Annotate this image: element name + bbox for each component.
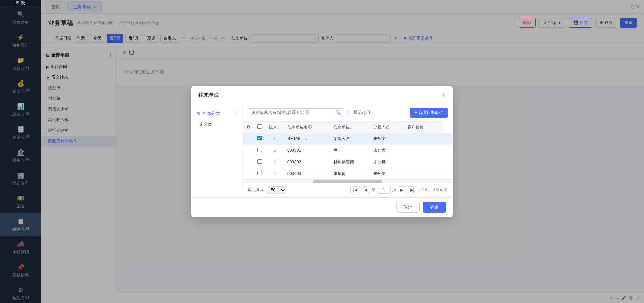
per-page-label: 每页显示 <box>248 187 264 193</box>
dialog-toolbar: 🔍 显示停用 + 新增往来单位 <box>243 104 453 121</box>
row-manager <box>404 144 443 156</box>
row-category: 未分类 <box>370 133 404 144</box>
row-code: 000003 <box>284 168 330 179</box>
row-price <box>443 144 453 156</box>
dialog-body: ⊞ 全部分类 《 未分类 🔍 显示停用 <box>191 104 453 197</box>
show-disabled-toggle[interactable]: 显示停用 <box>347 110 370 116</box>
page-suffix: 页 <box>392 187 396 193</box>
row-gear-icon <box>243 144 254 156</box>
row-code: 000001 <box>284 144 330 156</box>
dialog-close-button[interactable]: ✕ <box>441 92 446 98</box>
show-disabled-checkbox[interactable] <box>347 110 352 115</box>
row-code: RETAIL_... <box>284 133 330 144</box>
dialog-header: 往来单位 ✕ <box>191 86 453 104</box>
row-gear-icon <box>243 133 254 144</box>
col-header-category: 往来单位... <box>330 121 370 133</box>
page-first-btn[interactable]: |◀ <box>350 186 360 194</box>
table-row[interactable]: 4 000003 张师傅 未分类 <box>243 168 453 179</box>
table-row[interactable]: 1 RETAIL_... 零散客户 未分类 <box>243 133 453 144</box>
partner-table: ⚙ 往来... 往来单位名称 往来单位... 分管人员 客户价格... <box>243 121 453 180</box>
row-num: 3 <box>265 156 284 168</box>
dialog-categories: ⊞ 全部分类 《 未分类 <box>191 104 243 197</box>
col-header-check <box>254 121 265 133</box>
row-gear-icon <box>243 156 254 168</box>
search-icon: 🔍 <box>335 110 341 115</box>
row-checkbox[interactable] <box>257 136 262 140</box>
col-header-gear: ⚙ <box>243 121 254 133</box>
row-checkbox-cell <box>254 168 265 179</box>
row-name: 材料供应商 <box>330 156 370 168</box>
row-name: 张师傅 <box>330 168 370 179</box>
dialog-overlay: 往来单位 ✕ ⊞ 全部分类 《 未分类 <box>0 0 644 303</box>
scrollbar-thumb <box>313 180 382 183</box>
partner-dialog: 往来单位 ✕ ⊞ 全部分类 《 未分类 <box>191 86 453 217</box>
cancel-button[interactable]: 取消 <box>396 202 420 213</box>
dialog-title: 往来单位 <box>198 92 219 98</box>
page-label: 第 <box>371 187 376 193</box>
page-next-btn[interactable]: ▶ <box>398 186 406 194</box>
row-price <box>443 156 453 168</box>
table-row[interactable]: 3 000002 材料供应商 未分类 <box>243 156 453 168</box>
row-checkbox-cell <box>254 144 265 156</box>
partner-search-input[interactable] <box>251 110 333 115</box>
row-price <box>443 133 453 144</box>
page-size-select[interactable]: 50 20 100 <box>267 186 286 194</box>
add-partner-button[interactable]: + 新增往来单位 <box>410 108 448 118</box>
row-checkbox-cell <box>254 156 265 168</box>
dialog-right-panel: 🔍 显示停用 + 新增往来单位 ⚙ <box>243 104 453 197</box>
page-total: 共1页，4条记录 <box>419 187 448 193</box>
row-category: 未分类 <box>370 144 404 156</box>
show-disabled-label: 显示停用 <box>354 110 370 116</box>
row-category: 未分类 <box>370 168 404 179</box>
row-checkbox[interactable] <box>257 171 262 175</box>
confirm-button[interactable]: 确定 <box>423 202 446 213</box>
page-navigation: |◀ ◀ 第 页 ▶ ▶| 共1页，4条记录 <box>350 186 448 194</box>
col-header-code: 往来... <box>265 121 284 133</box>
table-select-all[interactable] <box>257 124 262 129</box>
row-checkbox-cell <box>254 133 265 144</box>
row-gear-icon <box>243 168 254 179</box>
col-header-price: 客户价格... <box>404 121 443 133</box>
col-header-manager: 分管人员 <box>370 121 404 133</box>
category-uncategorized-label: 未分类 <box>200 122 212 127</box>
row-manager <box>404 156 443 168</box>
row-category: 未分类 <box>370 156 404 168</box>
partner-search-box: 🔍 <box>248 108 344 117</box>
row-price <box>443 168 453 179</box>
dialog-footer: 取消 确定 <box>191 197 453 217</box>
page-last-btn[interactable]: ▶| <box>408 186 417 194</box>
row-manager <box>404 133 443 144</box>
category-collapse-icon[interactable]: 《 <box>233 110 238 117</box>
row-manager <box>404 168 443 179</box>
page-prev-btn[interactable]: ◀ <box>362 186 370 194</box>
row-num: 4 <box>265 168 284 179</box>
table-row[interactable]: 2 000001 甲 未分类 <box>243 144 453 156</box>
add-partner-label: + 新增往来单位 <box>415 110 443 116</box>
horizontal-scrollbar[interactable] <box>243 180 453 183</box>
row-checkbox[interactable] <box>257 148 262 152</box>
page-number-input[interactable] <box>377 187 391 194</box>
category-all-item[interactable]: ⊞ 全部分类 《 <box>191 108 243 119</box>
category-all-label: 全部分类 <box>202 110 220 117</box>
category-uncategorized[interactable]: 未分类 <box>191 119 243 129</box>
grid-icon: ⊞ <box>196 111 200 116</box>
row-num: 2 <box>265 144 284 156</box>
col-header-name: 往来单位名称 <box>284 121 330 133</box>
row-code: 000002 <box>284 156 330 168</box>
row-checkbox[interactable] <box>257 159 262 164</box>
row-num: 1 <box>265 133 284 144</box>
dialog-pagination: 每页显示 50 20 100 |◀ ◀ 第 页 ▶ ▶| 共1页，4 <box>243 183 453 197</box>
row-name: 甲 <box>330 144 370 156</box>
row-name: 零散客户 <box>330 133 370 144</box>
